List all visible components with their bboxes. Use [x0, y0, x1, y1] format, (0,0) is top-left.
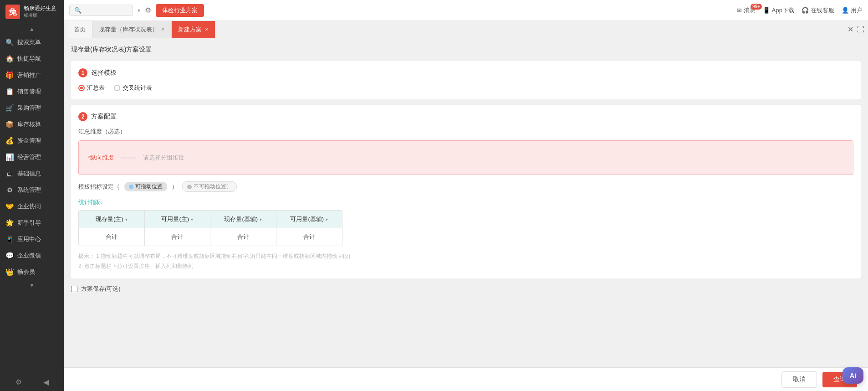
save-label: 方案保存(可选): [81, 285, 121, 293]
search-dropdown-icon[interactable]: ▾: [138, 7, 140, 14]
ai-fab-button[interactable]: Ai: [842, 367, 863, 384]
col-header-1[interactable]: 可用量(主) ▾: [145, 211, 211, 228]
stats-table-header: 现存量(主) ▾ 可用量(主) ▾ 现存量(基辅) ▾ 可用量(基辅) ▾: [79, 211, 342, 228]
tip-1: 提示： 1.拖动标题栏可以调整布局，不可跨维度或指标区域拖动栏目字段(只能在同一…: [78, 252, 853, 262]
user-button[interactable]: 👤 用户: [842, 6, 863, 15]
sidebar-item-enterprise[interactable]: 🤝 企业协同: [0, 198, 64, 215]
tab-new-scheme-close[interactable]: ✕: [204, 26, 209, 32]
cart-icon: 🛒: [5, 104, 14, 112]
settings-icon[interactable]: ⚙: [145, 6, 151, 15]
search-input[interactable]: [84, 7, 125, 14]
message-badge: 99+: [751, 4, 762, 10]
tab-new-scheme-label: 新建方案: [178, 26, 202, 34]
tab-close-all-button[interactable]: ✕: [848, 25, 853, 34]
sidebar-item-operations[interactable]: 📊 经营管理: [0, 149, 64, 165]
col-header-3[interactable]: 可用量(基辅) ▾: [276, 211, 342, 228]
radio-cross[interactable]: 交叉统计表: [114, 84, 152, 92]
box-icon: 📦: [5, 120, 14, 129]
tab-new-scheme[interactable]: 新建方案 ✕: [172, 21, 215, 38]
dimension-box[interactable]: *纵向维度 —— 请选择分组维度: [78, 140, 853, 175]
save-option: 方案保存(可选): [71, 285, 861, 293]
col-chevron-2[interactable]: ▾: [260, 217, 262, 222]
col-header-2[interactable]: 现存量(基辅) ▾: [210, 211, 276, 228]
col-chevron-3[interactable]: ▾: [326, 217, 328, 222]
content-area: 现存量(库存状况表)方案设置 1 选择模板 汇总表 交叉统计表 2: [64, 38, 868, 367]
sidebar-item-basic[interactable]: 🗂 基础信息: [0, 165, 64, 182]
app-download-button[interactable]: 📱 App下载: [763, 6, 794, 15]
search-box[interactable]: 🔍: [69, 5, 133, 16]
sidebar-item-member[interactable]: 👑 畅会员: [0, 264, 64, 280]
radio-summary[interactable]: 汇总表: [78, 84, 105, 92]
sidebar-item-label: 经营管理: [17, 153, 41, 161]
sidebar-item-finance[interactable]: 💰 资金管理: [0, 133, 64, 149]
step1-header: 1 选择模板: [78, 68, 853, 77]
sidebar-item-quick-nav[interactable]: 🏠 快捷导航: [0, 51, 64, 67]
sidebar-item-wechat[interactable]: 💬 企业微信: [0, 247, 64, 264]
sidebar-item-app-center[interactable]: 📱 应用中心: [0, 231, 64, 247]
col-label-0: 现存量(主): [96, 215, 123, 223]
template-radio-group: 汇总表 交叉统计表: [78, 84, 853, 92]
tab-inventory[interactable]: 现存量（库存状况表） ✕: [92, 21, 172, 38]
footer-bar: 取消 查询: [64, 367, 868, 391]
settings-bottom-icon[interactable]: ⚙: [15, 378, 22, 386]
sidebar-item-label: 销售管理: [17, 87, 41, 96]
indicator-separator: ）: [172, 183, 178, 191]
headset-icon: 🎧: [802, 7, 809, 14]
handshake-icon: 🤝: [5, 202, 14, 211]
stats-table-body: 合计 合计 合计 合计: [79, 228, 342, 246]
sidebar-item-inventory[interactable]: 📦 库存核算: [0, 116, 64, 133]
trial-button[interactable]: 体验行业方案: [156, 4, 204, 17]
info-icon: 🗂: [5, 170, 14, 178]
sidebar-item-system[interactable]: ⚙ 系统管理: [0, 182, 64, 198]
col-chevron-1[interactable]: ▾: [191, 217, 193, 222]
message-icon: ✉: [737, 7, 742, 14]
top-bar: 🔍 ▾ ⚙ 体验行业方案 ✉ 消息 99+ 📱 App下载 🎧 在线客服 👤 用…: [64, 0, 868, 21]
tab-home-label: 首页: [74, 26, 86, 34]
tabs-bar: 首页 现存量（库存状况表） ✕ 新建方案 ✕ ✕ ⛶: [64, 21, 868, 38]
col-body-1: 合计: [145, 228, 211, 246]
search-icon: 🔍: [5, 38, 14, 46]
chart-icon: 📊: [5, 153, 14, 161]
service-label: 在线客服: [811, 6, 834, 15]
sidebar-item-label: 基础信息: [17, 170, 41, 178]
sidebar-item-label: 营销推广: [17, 71, 41, 79]
sidebar-item-purchase[interactable]: 🛒 采购管理: [0, 100, 64, 116]
radio-summary-circle: [78, 85, 85, 91]
indicator-non-draggable-badge: 不可拖动位置）: [182, 181, 237, 192]
col-label-1: 可用量(主): [161, 215, 189, 223]
radio-summary-label: 汇总表: [87, 84, 105, 92]
sidebar-item-sales[interactable]: 📋 销售管理: [0, 83, 64, 100]
stats-table: 现存量(主) ▾ 可用量(主) ▾ 现存量(基辅) ▾ 可用量(基辅) ▾: [78, 210, 342, 246]
tabs-actions: ✕ ⛶: [848, 25, 864, 34]
sidebar-scroll-up[interactable]: ▲: [0, 24, 64, 34]
collapse-icon[interactable]: ◀: [43, 378, 49, 386]
sidebar-scroll-down[interactable]: ▼: [0, 280, 64, 290]
save-checkbox[interactable]: [71, 286, 77, 292]
sidebar-item-newbie[interactable]: 🌟 新手引导: [0, 215, 64, 231]
draggable-dot: [129, 185, 133, 189]
step1-title: 选择模板: [91, 69, 117, 77]
tab-inventory-close[interactable]: ✕: [161, 26, 165, 32]
sidebar: 兔 畅康通好生意 标准版 ▲ 🔍 搜索菜单 🏠 快捷导航 🎁 营销推广 📋 销售…: [0, 0, 64, 391]
tip-2: 2. 点击标题栏下拉可设置排序、插入列和删除列: [78, 262, 853, 272]
col-chevron-0[interactable]: ▾: [125, 217, 128, 222]
col-label-3: 可用量(基辅): [290, 215, 324, 223]
step2-header: 2 方案配置: [78, 112, 853, 121]
step2-section: 2 方案配置 汇总维度（必选） *纵向维度 —— 请选择分组维度 模板指标设定（…: [71, 105, 861, 278]
app-name: 畅康通好生意: [24, 5, 56, 12]
draggable-label: 可拖动位置: [135, 183, 163, 190]
cancel-button[interactable]: 取消: [781, 371, 817, 388]
service-button[interactable]: 🎧 在线客服: [802, 6, 834, 15]
sidebar-item-marketing[interactable]: 🎁 营销推广: [0, 67, 64, 83]
message-button[interactable]: ✉ 消息 99+: [737, 6, 756, 15]
stats-label: 统计指标: [78, 198, 853, 206]
indicator-draggable-badge: 可拖动位置: [124, 182, 167, 191]
tab-expand-button[interactable]: ⛶: [857, 26, 864, 34]
sidebar-item-search-menu[interactable]: 🔍 搜索菜单: [0, 34, 64, 51]
tab-home[interactable]: 首页: [67, 21, 92, 38]
col-header-0[interactable]: 现存量(主) ▾: [79, 211, 145, 228]
col-body-0: 合计: [79, 228, 145, 246]
search-box-icon: 🔍: [74, 7, 82, 14]
col-body-3: 合计: [276, 228, 342, 246]
dimension-arrow: ——: [121, 154, 136, 162]
